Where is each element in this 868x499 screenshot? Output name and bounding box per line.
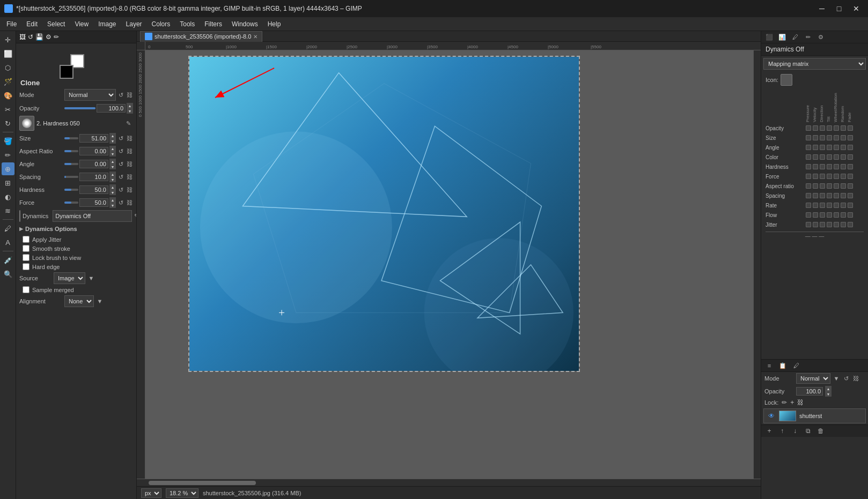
matrix-dot[interactable] — [841, 145, 846, 150]
matrix-dot[interactable] — [806, 193, 811, 198]
matrix-dot[interactable] — [834, 145, 839, 150]
matrix-dot[interactable] — [820, 203, 825, 208]
tool-select-by-color[interactable]: 🎨 — [2, 89, 14, 102]
tool-bucket-fill[interactable]: 🪣 — [2, 135, 14, 147]
unit-select[interactable]: px — [141, 488, 161, 498]
menu-item-view[interactable]: View — [70, 19, 93, 29]
hardness-slider[interactable] — [64, 189, 78, 191]
mapping-select[interactable]: Mapping matrix — [763, 58, 866, 70]
tool-pencil[interactable]: ✏ — [2, 148, 14, 161]
rpt-btn-1[interactable]: ⬛ — [763, 32, 775, 42]
matrix-dot[interactable] — [813, 222, 818, 227]
force-slider[interactable] — [64, 202, 78, 204]
matrix-dot[interactable] — [806, 164, 811, 169]
layer-eye-icon[interactable]: 👁 — [767, 412, 776, 420]
spacing-up[interactable]: ▲ — [109, 172, 116, 177]
layers-opacity-input[interactable]: 100.0 — [796, 387, 823, 396]
menu-item-windows[interactable]: Windows — [227, 19, 262, 29]
layers-mode-dropdown[interactable]: ▼ — [833, 375, 840, 382]
duplicate-layer-button[interactable]: ⧉ — [802, 426, 814, 436]
minimize-button[interactable]: ─ — [814, 3, 829, 14]
layers-toolbar-btn-3[interactable]: 🖊 — [790, 361, 802, 370]
aspect-ratio-input[interactable]: 0.00 — [79, 147, 108, 155]
matrix-dot[interactable] — [806, 222, 811, 227]
matrix-dot[interactable] — [848, 145, 853, 150]
menu-item-filters[interactable]: Filters — [200, 19, 226, 29]
matrix-dot[interactable] — [827, 212, 832, 218]
tool-color-picker[interactable]: 💉 — [2, 254, 14, 266]
hardness-up[interactable]: ▲ — [109, 184, 116, 190]
size-slider[interactable] — [64, 137, 78, 139]
matrix-dot[interactable] — [834, 174, 839, 179]
tool-move[interactable]: ✛ — [2, 33, 14, 46]
opacity-up[interactable]: ▲ — [127, 103, 133, 108]
matrix-dot[interactable] — [806, 174, 811, 179]
matrix-dot[interactable] — [813, 183, 818, 189]
maximize-button[interactable]: □ — [832, 3, 847, 14]
menu-item-help[interactable]: Help — [263, 19, 285, 29]
opacity-input[interactable]: 100.0 — [97, 104, 126, 113]
matrix-dot[interactable] — [806, 212, 811, 218]
menu-item-select[interactable]: Select — [43, 19, 69, 29]
layers-mode-chain[interactable]: ⛓ — [852, 375, 859, 382]
angle-input[interactable]: 0.00 — [79, 160, 108, 168]
matrix-dot[interactable] — [834, 135, 839, 140]
matrix-dot[interactable] — [841, 203, 846, 208]
lock-position-icon[interactable]: + — [790, 399, 794, 406]
size-input[interactable]: 51.00 — [79, 134, 108, 143]
matrix-dot[interactable] — [848, 125, 853, 131]
matrix-dot[interactable] — [806, 183, 811, 189]
matrix-dot[interactable] — [813, 135, 818, 140]
matrix-dot[interactable] — [841, 222, 846, 227]
zoom-select[interactable]: 18.2 % — [166, 488, 198, 498]
matrix-dot[interactable] — [813, 193, 818, 198]
matrix-dot[interactable] — [806, 145, 811, 150]
rpt-btn-4[interactable]: ✏ — [802, 32, 814, 42]
matrix-dot[interactable] — [806, 203, 811, 208]
rpt-btn-3[interactable]: 🖊 — [789, 32, 801, 42]
hard-edge-checkbox[interactable] — [23, 263, 30, 270]
tool-zoom[interactable]: 🔍 — [2, 267, 14, 280]
matrix-dot[interactable] — [827, 164, 832, 169]
matrix-dot[interactable] — [827, 145, 832, 150]
close-button[interactable]: ✕ — [849, 3, 864, 14]
matrix-dot[interactable] — [813, 212, 818, 218]
matrix-dot[interactable] — [834, 164, 839, 169]
matrix-dot[interactable] — [848, 174, 853, 179]
tool-free-select[interactable]: ⬡ — [2, 61, 14, 74]
tool-dodge[interactable]: ◐ — [2, 190, 14, 203]
aspect-ratio-slider[interactable] — [64, 150, 78, 152]
size-down[interactable]: ▼ — [109, 138, 116, 144]
matrix-dot[interactable] — [841, 193, 846, 198]
horizontal-scrollbar[interactable] — [137, 479, 761, 486]
matrix-dot[interactable] — [813, 164, 818, 169]
matrix-dot[interactable] — [813, 125, 818, 131]
tool-fuzzy-select[interactable]: 🪄 — [2, 75, 14, 88]
matrix-dot[interactable] — [841, 154, 846, 160]
angle-reset[interactable]: ↺ — [117, 160, 124, 168]
lower-layer-button[interactable]: ↓ — [789, 426, 801, 436]
aspect-ratio-up[interactable]: ▲ — [109, 146, 116, 151]
matrix-dot[interactable] — [848, 193, 853, 198]
new-layer-button[interactable]: + — [763, 426, 775, 436]
matrix-dot[interactable] — [848, 164, 853, 169]
tool-blur[interactable]: ≋ — [2, 204, 14, 217]
tool-crop[interactable]: ✂ — [2, 103, 14, 116]
matrix-dot[interactable] — [820, 164, 825, 169]
opacity-down[interactable]: ▼ — [127, 108, 133, 114]
brush-edit-btn[interactable]: ✎ — [123, 118, 133, 128]
matrix-dot[interactable] — [813, 154, 818, 160]
sample-merged-checkbox[interactable] — [23, 286, 30, 293]
force-input[interactable]: 50.0 — [79, 198, 108, 207]
matrix-dot[interactable] — [848, 154, 853, 160]
hardness-chain[interactable]: ⛓ — [126, 186, 133, 193]
spacing-slider[interactable] — [64, 176, 78, 178]
foreground-color-swatch[interactable] — [60, 65, 73, 79]
tool-paths[interactable]: 🖊 — [2, 222, 14, 235]
mode-chain-btn[interactable]: ⛓ — [126, 91, 133, 99]
matrix-dot[interactable] — [834, 203, 839, 208]
matrix-dot[interactable] — [820, 145, 825, 150]
matrix-dot[interactable] — [841, 174, 846, 179]
dynamics-options-header[interactable]: ▶ Dynamics Options — [19, 225, 133, 233]
matrix-dot[interactable] — [820, 135, 825, 140]
